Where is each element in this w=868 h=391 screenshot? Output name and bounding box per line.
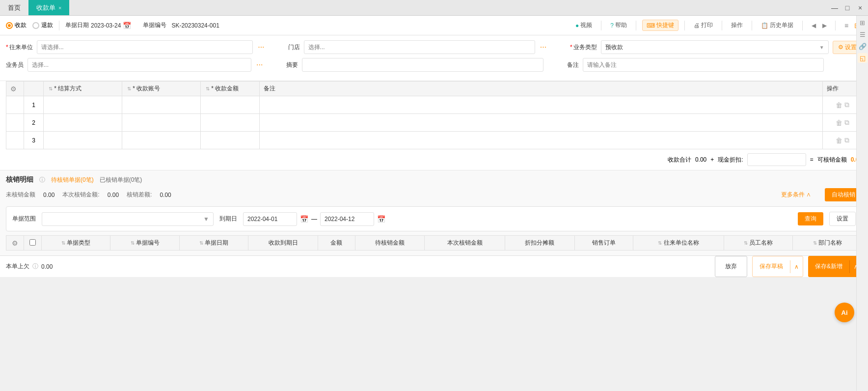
employee-sort-icon: ⇅ xyxy=(744,240,748,246)
discount-input[interactable] xyxy=(747,153,806,166)
maximize-button[interactable]: □ xyxy=(841,2,853,14)
toolbar-right: ● 视频 ? 帮助 ⌨ 快捷键 🖨 打印 操作 xyxy=(572,20,862,31)
row2-remark[interactable] xyxy=(260,114,823,132)
row2-amount[interactable] xyxy=(201,114,260,132)
list-view-button[interactable]: ≡ xyxy=(841,21,851,30)
business-type-select[interactable]: 预收款 ▼ xyxy=(601,40,829,54)
date-from-calendar-icon[interactable]: 📅 xyxy=(300,215,308,223)
tab-active-label: 收款单 xyxy=(36,3,55,12)
counterpart-more-icon[interactable]: ··· xyxy=(258,43,264,52)
select-all-checkbox[interactable] xyxy=(29,239,36,246)
range-select[interactable]: ▼ xyxy=(42,212,214,226)
amount-sort-icon: ⇅ xyxy=(206,86,210,91)
nav-next-button[interactable]: ▶ xyxy=(819,21,829,30)
row2-method[interactable] xyxy=(44,114,122,132)
store-more-icon[interactable]: ··· xyxy=(540,43,546,52)
history-button[interactable]: 📋 历史单据 xyxy=(758,20,796,30)
remark-input[interactable] xyxy=(583,58,824,72)
reconcile-header: 核销明细 ⓘ 待核销单据(0笔) 已核销单据(0笔) xyxy=(6,175,862,184)
refund-radio-dot xyxy=(32,22,39,29)
row2-num: 2 xyxy=(24,114,44,132)
btable-employee-header: ⇅ 员工名称 xyxy=(724,236,792,251)
print-button[interactable]: 🖨 打印 xyxy=(691,20,716,30)
footer-label: 本单上欠 xyxy=(6,262,29,271)
sidebar-link-icon[interactable]: 🔗 xyxy=(858,41,868,51)
table-gear-icon[interactable]: ⚙ xyxy=(10,85,17,93)
tab-active[interactable]: 收款单 × xyxy=(28,0,69,15)
query-button[interactable]: 查询 xyxy=(798,212,823,225)
refund-radio[interactable]: 退款 xyxy=(32,21,53,29)
help-button[interactable]: ? 帮助 xyxy=(607,20,630,30)
type-sort-icon: ⇅ xyxy=(61,240,65,246)
counterpart-input[interactable] xyxy=(37,40,253,54)
footer-info-icon[interactable]: ⓘ xyxy=(32,262,38,271)
row3-remark[interactable] xyxy=(260,132,823,149)
btable-type-header: ⇅ 单据类型 xyxy=(42,236,110,251)
more-conditions-button[interactable]: 更多条件 ∧ xyxy=(781,191,811,199)
current-reconcile-value: 0.00 xyxy=(108,192,119,198)
account-sort-icon: ⇅ xyxy=(127,86,131,91)
btable-duedate-header: 收款到期日 xyxy=(248,236,318,251)
row2-delete-icon[interactable]: 🗑 xyxy=(836,119,842,127)
account-header-label: * 收款账号 xyxy=(133,85,160,92)
minimize-button[interactable]: — xyxy=(829,2,841,14)
operation-label: 操作 xyxy=(731,21,743,29)
save-button[interactable]: 保存&新增 ∧ xyxy=(808,256,862,277)
date-to-input[interactable] xyxy=(320,212,374,226)
due-date-label: 到期日 xyxy=(219,215,237,223)
page-wrapper: 首页 收款单 × — □ × 收款 退款 单据日期 2023-03-24 📅 xyxy=(0,0,868,391)
main-form: 往来单位 ··· 门店 ··· 业务类型 预收款 ▼ ⚙ 设置 xyxy=(0,35,868,81)
row1-settings xyxy=(6,96,24,114)
filter-settings-button[interactable]: 设置 xyxy=(829,212,856,226)
row3-delete-icon[interactable]: 🗑 xyxy=(836,137,842,144)
tab-home[interactable]: 首页 xyxy=(0,0,28,15)
summary-input[interactable] xyxy=(302,58,543,72)
btable-gear-icon[interactable]: ⚙ xyxy=(12,239,18,247)
sidebar-expand-icon[interactable]: ◱ xyxy=(858,53,868,63)
sidebar-table-icon[interactable]: ⊞ xyxy=(858,18,868,28)
row3-amount[interactable] xyxy=(201,132,260,149)
pending-tab[interactable]: 待核销单据(0笔) xyxy=(51,176,94,184)
row3-method[interactable] xyxy=(44,132,122,149)
btable-gear-header: ⚙ xyxy=(6,236,24,251)
date-from-input[interactable] xyxy=(243,212,297,226)
draft-button-label[interactable]: 保存草稿 xyxy=(753,259,790,274)
method-header-label: * 结算方式 xyxy=(54,85,81,92)
row2-account[interactable] xyxy=(122,114,201,132)
done-tab[interactable]: 已核销单据(0笔) xyxy=(100,176,142,184)
row1-account[interactable] xyxy=(122,96,201,114)
save-button-label[interactable]: 保存&新增 xyxy=(808,259,849,274)
row1-method[interactable] xyxy=(44,96,122,114)
date-field: 单据日期 2023-03-24 📅 xyxy=(65,21,131,29)
row1-copy-icon[interactable]: ⧉ xyxy=(844,101,849,109)
draft-arrow-icon[interactable]: ∧ xyxy=(790,260,803,273)
salesperson-more-icon[interactable]: ··· xyxy=(256,60,263,69)
store-input[interactable] xyxy=(304,40,535,54)
date-to-calendar-icon[interactable]: 📅 xyxy=(377,215,385,223)
number-field: 单据编号 SK-20230324-001 xyxy=(143,21,219,29)
shortcut-button[interactable]: ⌨ 快捷键 xyxy=(642,20,678,31)
draft-button[interactable]: 保存草稿 ∧ xyxy=(752,256,803,277)
ai-button[interactable]: Ai xyxy=(835,303,854,322)
row1-delete-icon[interactable]: 🗑 xyxy=(836,101,842,109)
operation-button[interactable]: 操作 xyxy=(728,20,746,30)
video-button[interactable]: ● 视频 xyxy=(572,20,595,30)
reconcile-info-icon[interactable]: ⓘ xyxy=(39,176,45,184)
sidebar-list-icon[interactable]: ☰ xyxy=(858,29,868,39)
row1-remark[interactable] xyxy=(260,96,823,114)
discard-button[interactable]: 放弃 xyxy=(715,256,747,277)
row3-copy-icon[interactable]: ⧉ xyxy=(844,136,849,144)
summary-section: 摘要 xyxy=(286,58,543,72)
date-calendar-icon[interactable]: 📅 xyxy=(123,22,131,29)
toolbar-divider-4 xyxy=(684,21,685,30)
nav-prev-button[interactable]: ◀ xyxy=(809,21,818,30)
tab-close-icon[interactable]: × xyxy=(58,5,61,11)
salesperson-input[interactable] xyxy=(27,58,251,72)
summary-label: 摘要 xyxy=(286,61,298,69)
close-button[interactable]: × xyxy=(854,2,866,14)
row1-amount[interactable] xyxy=(201,96,260,114)
row3-account[interactable] xyxy=(122,132,201,149)
row2-copy-icon[interactable]: ⧉ xyxy=(844,118,849,127)
receipt-radio[interactable]: 收款 xyxy=(6,21,27,29)
btable-number-header: ⇅ 单据编号 xyxy=(110,236,179,251)
